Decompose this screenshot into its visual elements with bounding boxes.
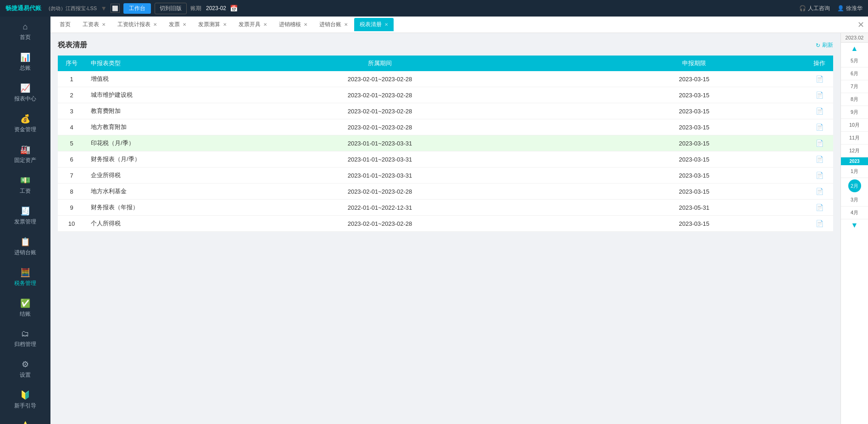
tab-purchase-ledger[interactable]: 进销台账 ✕ xyxy=(314,18,353,31)
action-icon-2[interactable]: 📄 xyxy=(816,107,823,115)
tab-bar: 首页 工资表 ✕ 工资统计报表 ✕ 发票 ✕ 发票测算 ✕ 发票开具 ✕ xyxy=(50,17,868,33)
refresh-button[interactable]: ↻ 刷新 xyxy=(816,41,833,49)
action-icon-3[interactable]: 📄 xyxy=(816,123,823,131)
tab-invoice-calc-label: 发票测算 xyxy=(198,21,220,28)
sidebar-item-invoice[interactable]: 🧾 发票管理 xyxy=(0,201,50,231)
cell-deadline-7: 2023-03-15 xyxy=(583,184,806,200)
tab-invoice-open[interactable]: 发票开具 ✕ xyxy=(233,18,273,31)
cell-deadline-6: 2023-03-15 xyxy=(583,167,806,184)
month-11[interactable]: 11月 xyxy=(841,132,868,145)
cell-seq-4: 5 xyxy=(58,135,85,151)
period-value: 2023-02 xyxy=(206,5,226,11)
salary-icon: 💵 xyxy=(20,175,30,185)
month-12[interactable]: 12月 xyxy=(841,145,868,157)
cell-action-6[interactable]: 📄 xyxy=(806,167,833,184)
action-icon-8[interactable]: 📄 xyxy=(816,204,823,211)
cell-action-5[interactable]: 📄 xyxy=(806,151,833,167)
action-icon-5[interactable]: 📄 xyxy=(816,156,823,163)
tab-invoice[interactable]: 发票 ✕ xyxy=(163,18,192,31)
sidebar-item-ledger[interactable]: 📊 总账 xyxy=(0,47,50,78)
tab-salary-report[interactable]: 工资统计报表 ✕ xyxy=(112,18,162,31)
cell-action-3[interactable]: 📄 xyxy=(806,119,833,135)
invoice-icon: 🧾 xyxy=(20,206,30,216)
tab-salary-report-close[interactable]: ✕ xyxy=(153,22,157,27)
month-10[interactable]: 10月 xyxy=(841,119,868,132)
sidebar-item-home[interactable]: ⌂ 首页 xyxy=(0,17,50,47)
sidebar-item-report[interactable]: 📈 报表中心 xyxy=(0,78,50,108)
sidebar-item-salary[interactable]: 💵 工资 xyxy=(0,170,50,201)
cell-action-7[interactable]: 📄 xyxy=(806,184,833,200)
sidebar-item-purchase[interactable]: 📋 进销台账 xyxy=(0,231,50,262)
month-2023-1[interactable]: 1月 xyxy=(841,165,868,178)
tab-salary-table-close[interactable]: ✕ xyxy=(102,22,106,27)
cell-period-2: 2023-02-01~2023-02-28 xyxy=(177,103,583,119)
top-bar: 畅捷通易代账 (勿动）江西报宝-LSS ▼ ⬜ 工作台 切到旧版 账期 2023… xyxy=(0,0,868,17)
cell-action-0[interactable]: 📄 xyxy=(806,71,833,87)
ai-consult-button[interactable]: 🎧 人工咨询 xyxy=(799,5,830,12)
cell-deadline-0: 2023-03-15 xyxy=(583,71,806,87)
sidebar-item-fixed-asset[interactable]: 🏭 固定资产 xyxy=(0,139,50,170)
avatar-icon: 👤 xyxy=(837,5,844,11)
cell-seq-6: 7 xyxy=(58,167,85,184)
tab-purchase-check[interactable]: 进销稽核 ✕ xyxy=(273,18,313,31)
action-icon-1[interactable]: 📄 xyxy=(816,91,823,99)
month-6[interactable]: 6月 xyxy=(841,67,868,80)
cell-action-9[interactable]: 📄 xyxy=(806,216,833,232)
tab-salary-table[interactable]: 工资表 ✕ xyxy=(77,18,111,31)
scroll-up-button[interactable]: ▲ xyxy=(841,43,868,55)
dropdown-icon[interactable]: ▼ xyxy=(100,5,107,12)
month-7[interactable]: 7月 xyxy=(841,80,868,93)
action-icon-6[interactable]: 📄 xyxy=(816,172,823,179)
calendar-icon[interactable]: 📅 xyxy=(230,5,238,12)
action-icon-7[interactable]: 📄 xyxy=(816,188,823,195)
tab-invoice-label: 发票 xyxy=(169,21,180,28)
cell-action-1[interactable]: 📄 xyxy=(806,87,833,103)
action-icon-9[interactable]: 📄 xyxy=(816,220,823,227)
fixed-asset-icon: 🏭 xyxy=(20,145,30,155)
tab-invoice-open-close[interactable]: ✕ xyxy=(263,22,267,27)
tab-home-label: 首页 xyxy=(60,21,71,28)
sidebar-label-guide: 新手引导 xyxy=(14,402,36,410)
cell-action-2[interactable]: 📄 xyxy=(806,103,833,119)
tab-tax-list-close[interactable]: ✕ xyxy=(384,22,388,27)
cell-action-4[interactable]: 📄 xyxy=(806,135,833,151)
tab-tax-list[interactable]: 税表清册 ✕ xyxy=(354,18,394,31)
scroll-down-button[interactable]: ▼ xyxy=(841,219,868,231)
sidebar-item-settlement[interactable]: ✅ 结账 xyxy=(0,293,50,324)
month-8[interactable]: 8月 xyxy=(841,93,868,106)
switch-old-button[interactable]: 切到旧版 xyxy=(155,3,187,14)
tab-invoice-close[interactable]: ✕ xyxy=(183,22,186,27)
action-icon-4[interactable]: 📄 xyxy=(816,139,823,147)
month-9[interactable]: 9月 xyxy=(841,106,868,119)
copy-icon[interactable]: ⬜ xyxy=(111,4,120,13)
sidebar-item-archive[interactable]: 🗂 归档管理 xyxy=(0,324,50,354)
tab-invoice-calc-close[interactable]: ✕ xyxy=(223,22,227,27)
workstation-button[interactable]: 工作台 xyxy=(123,3,151,14)
tab-purchase-check-close[interactable]: ✕ xyxy=(304,22,307,27)
sidebar-label-report: 报表中心 xyxy=(14,95,36,103)
guide-icon: 🔰 xyxy=(20,390,30,400)
cell-deadline-1: 2023-03-15 xyxy=(583,87,806,103)
user-menu-button[interactable]: 👤 徐淮华 xyxy=(837,5,862,12)
month-2023-3[interactable]: 3月 xyxy=(841,194,868,206)
sidebar-item-fund[interactable]: 💰 资金管理 xyxy=(0,108,50,139)
tab-purchase-ledger-close[interactable]: ✕ xyxy=(344,22,348,27)
sidebar-item-guide[interactable]: 🔰 新手引导 xyxy=(0,385,50,415)
sidebar-item-tax[interactable]: 🧮 税务管理 xyxy=(0,262,50,293)
cell-period-3: 2023-02-01~2023-02-28 xyxy=(177,119,583,135)
month-2023-2-active[interactable]: 2月 xyxy=(848,179,861,192)
cell-action-8[interactable]: 📄 xyxy=(806,200,833,216)
sidebar-item-member[interactable]: ⭐ 畅会员 xyxy=(0,415,50,424)
action-icon-0[interactable]: 📄 xyxy=(816,75,823,83)
tab-home[interactable]: 首页 xyxy=(54,18,76,31)
sidebar-label-archive: 归档管理 xyxy=(14,340,36,348)
sidebar-label-settings: 设置 xyxy=(20,371,31,379)
headset-icon: 🎧 xyxy=(799,5,806,11)
month-2023-4[interactable]: 4月 xyxy=(841,206,868,219)
sidebar-label-tax: 税务管理 xyxy=(14,279,36,287)
tab-invoice-calc[interactable]: 发票测算 ✕ xyxy=(193,18,232,31)
col-period: 所属期间 xyxy=(177,56,583,71)
sidebar-item-settings[interactable]: ⚙ 设置 xyxy=(0,354,50,385)
month-5[interactable]: 5月 xyxy=(841,55,868,67)
close-all-button[interactable]: ✕ xyxy=(857,20,864,30)
